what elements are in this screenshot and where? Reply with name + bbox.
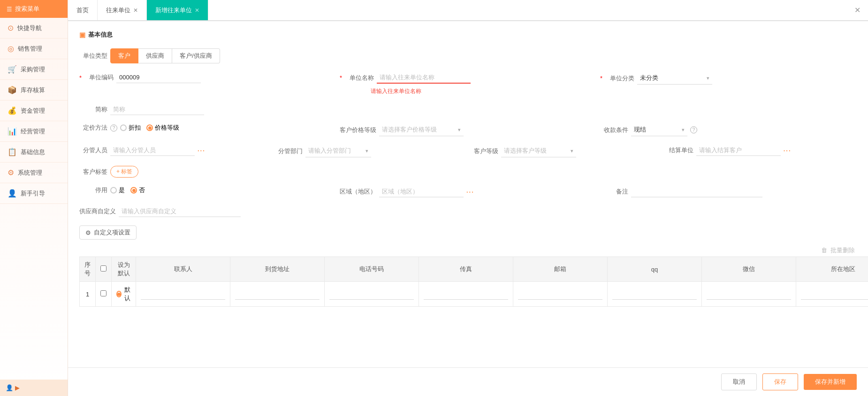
payment-select[interactable]: 现结 ▾ bbox=[631, 124, 687, 136]
type-buttons: 客户 供应商 客户/供应商 bbox=[110, 48, 220, 63]
sidebar-bottom: 👤 ▶ bbox=[0, 380, 68, 396]
pricing-row: 定价方法 ? 折扣 价格等级 客户价格等级 请选择客户价格等级 bbox=[79, 124, 857, 136]
sidebar-item-sales[interactable]: ◎ 销售管理 bbox=[0, 39, 68, 59]
manager-input[interactable] bbox=[110, 145, 195, 156]
customer-price-label: 客户价格等级 bbox=[340, 126, 376, 134]
tab-new-partner[interactable]: 新增往来单位 ✕ bbox=[147, 0, 208, 20]
default-label: 默认 bbox=[123, 286, 131, 303]
batch-delete-bar: 🗑 批量删除 bbox=[79, 246, 857, 255]
close-partner-list-tab[interactable]: ✕ bbox=[133, 7, 138, 14]
disable-yes[interactable]: 是 bbox=[110, 186, 125, 194]
region-input[interactable] bbox=[801, 288, 868, 300]
row-index: 1 bbox=[80, 282, 96, 307]
abbr-row: 简称 bbox=[79, 104, 857, 115]
settlement-input[interactable] bbox=[696, 145, 781, 156]
save-button[interactable]: 保存 bbox=[762, 373, 798, 390]
disable-group: 停用 是 否 bbox=[79, 186, 336, 194]
area-more-btn[interactable]: ··· bbox=[466, 188, 474, 195]
payment-help-icon[interactable]: ? bbox=[690, 126, 697, 133]
sidebar-item-finance[interactable]: 💰 资金管理 bbox=[0, 101, 68, 121]
fax-input[interactable] bbox=[424, 288, 508, 300]
payment-value: 现结 bbox=[634, 125, 646, 134]
dept-group: 分管部门 请输入分管部门 ▾ bbox=[274, 145, 466, 157]
phone-input[interactable] bbox=[329, 288, 414, 300]
sidebar-item-guide[interactable]: 👤 新手引导 bbox=[0, 183, 68, 204]
unit-name-input[interactable] bbox=[377, 72, 471, 84]
custom-settings-btn[interactable]: ⚙ 自定义项设置 bbox=[79, 225, 137, 240]
sidebar-item-label: 经营管理 bbox=[21, 127, 45, 136]
disable-no[interactable]: 否 bbox=[130, 186, 145, 194]
dept-select[interactable]: 请输入分管部门 ▾ bbox=[305, 145, 371, 157]
default-radio[interactable]: 默认 bbox=[116, 286, 131, 303]
sidebar-item-purchase[interactable]: 🛒 采购管理 bbox=[0, 59, 68, 80]
pricing-radio-group: 折扣 价格等级 bbox=[120, 124, 179, 132]
manager-label: 分管人员 bbox=[79, 146, 107, 155]
save-new-button[interactable]: 保存并新增 bbox=[804, 374, 857, 390]
email-input[interactable] bbox=[518, 288, 602, 300]
tab-partner-list[interactable]: 往来单位 ✕ bbox=[98, 0, 147, 20]
sidebar-item-operations[interactable]: 📊 经营管理 bbox=[0, 121, 68, 142]
address-input[interactable] bbox=[235, 288, 320, 300]
manager-row: 分管人员 ··· 分管部门 请输入分管部门 ▾ 客户等级 请选择客户等级 ▾ 结… bbox=[79, 145, 857, 157]
cancel-button[interactable]: 取消 bbox=[721, 373, 757, 390]
batch-delete-label[interactable]: 批量删除 bbox=[830, 247, 855, 254]
settlement-more-btn[interactable]: ··· bbox=[784, 147, 792, 154]
row-email bbox=[513, 282, 608, 307]
area-label: 区域（地区） bbox=[340, 187, 376, 196]
required-star: * bbox=[79, 74, 82, 81]
abbr-label: 简称 bbox=[79, 105, 107, 114]
unit-code-input[interactable] bbox=[116, 72, 201, 83]
tags-row: 客户标签 + 标签 bbox=[79, 166, 857, 178]
pricing-radio-discount[interactable]: 折扣 bbox=[120, 124, 141, 132]
close-new-partner-tab[interactable]: ✕ bbox=[195, 7, 199, 14]
customer-level-placeholder: 请选择客户等级 bbox=[504, 147, 547, 155]
supplier-custom-input[interactable] bbox=[119, 206, 241, 217]
pricing-help-icon[interactable]: ? bbox=[110, 124, 117, 132]
user-icon: 👤 bbox=[6, 384, 13, 391]
sidebar-item-basic-info[interactable]: 📋 基础信息 bbox=[0, 142, 68, 163]
th-index: 序号 bbox=[80, 257, 96, 282]
chevron-down-icon-5: ▾ bbox=[571, 148, 573, 154]
contact-input[interactable] bbox=[141, 288, 225, 300]
guide-icon: 👤 bbox=[8, 189, 17, 198]
customer-price-placeholder: 请选择客户价格等级 bbox=[382, 125, 437, 134]
unit-category-value: 未分类 bbox=[640, 74, 658, 82]
sidebar-item-label: 新手引导 bbox=[21, 189, 45, 198]
unit-category-select[interactable]: 未分类 ▾ bbox=[637, 72, 712, 85]
close-window-btn[interactable]: ✕ bbox=[847, 6, 868, 15]
abbr-input[interactable] bbox=[110, 104, 204, 115]
inventory-icon: 📦 bbox=[8, 85, 17, 94]
row-select-checkbox[interactable] bbox=[100, 290, 107, 296]
tab-home-label: 首页 bbox=[76, 6, 89, 15]
type-btn-customer[interactable]: 客户 bbox=[110, 48, 138, 63]
add-tag-btn[interactable]: + 标签 bbox=[110, 166, 138, 178]
abbr-group: 简称 bbox=[79, 104, 857, 115]
customer-price-select[interactable]: 请选择客户价格等级 ▾ bbox=[379, 124, 464, 136]
basic-info-icon: 📋 bbox=[8, 148, 17, 156]
sidebar-item-system[interactable]: ⚙ 系统管理 bbox=[0, 163, 68, 183]
radio-yes-circle bbox=[110, 187, 117, 194]
search-menu-btn[interactable]: ☰ 搜索菜单 bbox=[0, 0, 68, 18]
manager-more-btn[interactable]: ··· bbox=[198, 147, 206, 154]
tab-home[interactable]: 首页 bbox=[68, 0, 98, 20]
type-btn-supplier[interactable]: 供应商 bbox=[138, 48, 172, 63]
dept-placeholder: 请输入分管部门 bbox=[308, 147, 351, 155]
qq-input[interactable] bbox=[612, 288, 697, 300]
th-qq: qq bbox=[608, 257, 702, 282]
radio-discount-circle bbox=[120, 124, 127, 131]
pricing-radio-price-level[interactable]: 价格等级 bbox=[146, 124, 179, 132]
type-btn-both[interactable]: 客户/供应商 bbox=[172, 48, 220, 63]
content-area: ▣ 基本信息 单位类型 客户 供应商 客户/供应商 * 单位编码 bbox=[68, 21, 868, 367]
area-input[interactable] bbox=[379, 186, 464, 197]
sales-icon: ◎ bbox=[8, 44, 14, 53]
unit-name-group: * 单位名称 请输入往来单位名称 bbox=[340, 72, 596, 95]
sidebar-item-quick-nav[interactable]: ⊙ 快捷导航 bbox=[0, 18, 68, 39]
supplier-custom-row: 供应商自定义 bbox=[79, 206, 857, 217]
remark-input[interactable] bbox=[631, 186, 762, 197]
th-checkbox bbox=[96, 257, 112, 282]
expand-icon: ▶ bbox=[15, 384, 20, 391]
wechat-input[interactable] bbox=[707, 288, 791, 300]
select-all-checkbox[interactable] bbox=[100, 265, 107, 272]
customer-level-select[interactable]: 请选择客户等级 ▾ bbox=[501, 145, 576, 157]
sidebar-item-inventory[interactable]: 📦 库存核算 bbox=[0, 80, 68, 101]
